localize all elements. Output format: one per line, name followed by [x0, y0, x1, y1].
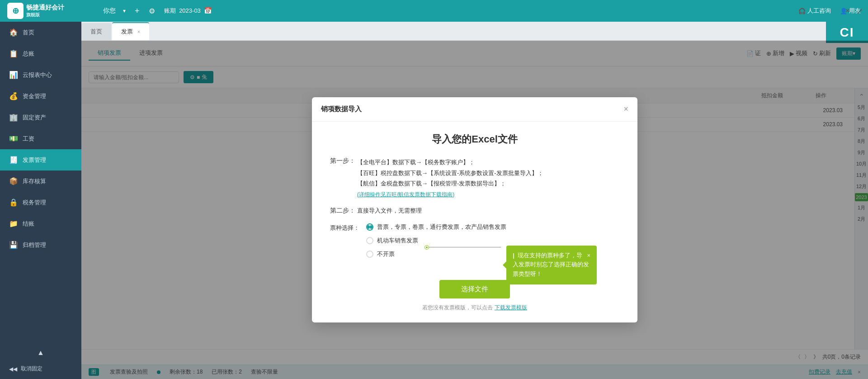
sidebar-item-assets-label: 固定资产 [23, 114, 46, 122]
app-version: 旗舰版 [26, 12, 64, 18]
radio-section: 票种选择： 普票，专票，卷票，通行费发票，农产品销售发票 [330, 223, 619, 264]
radio-label-3: 不开票 [377, 250, 395, 258]
sidebar-item-ledger[interactable]: 📋 总账 [0, 43, 81, 64]
modal-title: 销项数据导入 [321, 105, 362, 114]
report-icon: 📊 [9, 71, 18, 79]
sidebar-item-archive-label: 归档管理 [23, 241, 46, 249]
radio-option-3[interactable]: 不开票 [366, 250, 506, 258]
radio-circle-3 [366, 251, 373, 258]
modal-header: 销项数据导入 × [312, 97, 637, 122]
modal-overlay: 销项数据导入 × 导入您的Excel文件 第一步： 【全电平台】数据下载→【税务… [81, 41, 868, 379]
sidebar-item-ledger-label: 总账 [23, 50, 34, 58]
tab-home[interactable]: 首页 [81, 23, 111, 40]
company-dropdown-icon[interactable]: ▾ [123, 8, 126, 14]
tabbar: 首页 发票 × [81, 22, 868, 41]
window-controls: × ⤢ [840, 0, 868, 22]
tab-invoice[interactable]: 发票 × [112, 22, 149, 40]
step2: 第二步： 直接导入文件，无需整理 [330, 207, 619, 215]
invoice-icon: 🧾 [9, 156, 18, 164]
company-name[interactable]: 你您 [103, 7, 116, 15]
archive-icon: 💾 [9, 241, 18, 249]
step1-line1: 【全电平台】数据下载→【税务数字账户】； [357, 157, 543, 167]
tooltip-close-button[interactable]: × [587, 251, 590, 261]
sidebar-item-inventory-label: 库存核算 [23, 177, 46, 185]
tooltip-connector-dot [425, 246, 429, 249]
import-modal: 销项数据导入 × 导入您的Excel文件 第一步： 【全电平台】数据下载→【税务… [312, 97, 637, 322]
headset-icon: 🎧 [798, 8, 806, 14]
sidebar-item-salary-label: 工资 [23, 135, 34, 143]
calendar-icon[interactable]: 📅 [204, 7, 212, 14]
inventory-icon: 📦 [9, 177, 18, 185]
sidebar-scroll-up[interactable]: ▲ [0, 347, 81, 359]
sidebar-item-report[interactable]: 📊 云报表中心 [0, 64, 81, 85]
settings-icon[interactable]: ⚙ [149, 7, 155, 15]
sidebar-item-inventory[interactable]: 📦 库存核算 [0, 171, 81, 192]
sidebar-item-report-label: 云报表中心 [23, 71, 52, 79]
home-icon: 🏠 [9, 28, 18, 37]
main-area: 首页 发票 × 销项发票 进项发票 📄 证 ⊕ 新增 [81, 22, 868, 379]
period-label: 账期 2023-03 📅 [164, 7, 212, 15]
modal-body: 导入您的Excel文件 第一步： 【全电平台】数据下载→【税务数字账户】； 【百… [312, 122, 637, 276]
sidebar-item-home-label: 首页 [23, 28, 34, 37]
step2-text: 直接导入文件，无需整理 [357, 207, 422, 215]
logo: ⊕ 畅捷通好会计 旗舰版 [7, 3, 89, 19]
tax-icon: 🔒 [9, 198, 18, 207]
sidebar-item-fund[interactable]: 💰 资金管理 [0, 85, 81, 107]
radio-label: 票种选择： [330, 223, 366, 232]
radio-label-2: 机动车销售发票 [377, 237, 418, 245]
step2-label: 第二步： [330, 207, 357, 215]
select-file-button[interactable]: 选择文件 [439, 280, 510, 298]
step1-link[interactable]: (详细操作见百旺/航信发票数据下载指南) [357, 191, 454, 198]
fund-icon: 💰 [9, 92, 18, 100]
sidebar-item-home[interactable]: 🏠 首页 [0, 22, 81, 43]
topbar: ⊕ 畅捷通好会计 旗舰版 你您 ▾ + ⚙ 账期 2023-03 📅 🎧 人工咨… [0, 0, 868, 22]
radio-option-1[interactable]: 普票，专票，卷票，通行费发票，农产品销售发票 [366, 223, 506, 231]
tooltip-text: 现在支持的票种多了，导入发票时别忘了选择正确的发票类型呀！ [513, 252, 589, 278]
step1: 第一步： 【全电平台】数据下载→【税务数字账户】； 【百旺】税控盘数据下载→【系… [330, 157, 619, 198]
sidebar-item-settle-label: 结账 [23, 220, 34, 228]
tab-close-icon[interactable]: × [137, 29, 140, 34]
radio-group: 普票，专票，卷票，通行费发票，农产品销售发票 机动车销售发票 不开票 [366, 223, 506, 264]
assets-icon: 🏢 [9, 113, 18, 122]
download-template-link[interactable]: 下载发票模版 [495, 304, 527, 311]
template-hint: 若您没有发票模版，可以点击 下载发票模版 [422, 304, 527, 312]
settle-icon: 📁 [9, 219, 18, 228]
add-tab-button[interactable]: + [135, 6, 140, 16]
sidebar-item-tax[interactable]: 🔒 税务管理 [0, 192, 81, 213]
scroll-up-icon: ▲ [37, 349, 44, 356]
window-close-button[interactable]: × [845, 7, 849, 15]
sidebar-item-assets[interactable]: 🏢 固定资产 [0, 107, 81, 128]
ledger-icon: 📋 [9, 49, 18, 58]
sidebar-item-settle[interactable]: 📁 结账 [0, 213, 81, 234]
sidebar-unpin[interactable]: ◀◀ 取消固定 [0, 359, 81, 379]
sidebar-item-archive[interactable]: 💾 归档管理 [0, 234, 81, 256]
sidebar-item-invoice-label: 发票管理 [23, 156, 46, 164]
radio-circle-1 [366, 223, 373, 231]
sidebar-item-invoice[interactable]: 🧾 发票管理 [0, 149, 81, 171]
sidebar-item-tax-label: 税务管理 [23, 199, 46, 207]
app-name: 畅捷通好会计 [26, 4, 64, 12]
salary-icon: 💵 [9, 134, 18, 143]
modal-close-button[interactable]: × [623, 104, 628, 114]
tooltip-connector-line [429, 247, 501, 247]
tooltip-bubble: × | 现在支持的票种多了，导入发票时别忘了选择正确的发票类型呀！ [506, 246, 597, 284]
step1-label: 第一步： [330, 157, 357, 165]
pin-icon: ◀◀ [9, 366, 17, 372]
step1-line3: 【航信】金税盘数据下载→【报税管理-发票数据导出】； [357, 178, 543, 189]
logo-icon: ⊕ [7, 3, 24, 19]
sidebar: 🏠 首页 📋 总账 📊 云报表中心 💰 资金管理 🏢 固定资产 💵 工资 🧾 发… [0, 22, 81, 379]
ci-avatar: CI [826, 22, 868, 43]
invoice-content: 销项发票 进项发票 📄 证 ⊕ 新增 ▶ 视频 [81, 41, 868, 379]
step1-line2: 【百旺】税控盘数据下载→【系统设置-系统参数设置-发票批量导入】； [357, 168, 543, 178]
radio-label-1: 普票，专票，卷票，通行费发票，农产品销售发票 [377, 223, 506, 231]
radio-circle-2 [366, 237, 373, 244]
sidebar-item-fund-label: 资金管理 [23, 92, 46, 100]
radio-option-2[interactable]: 机动车销售发票 [366, 237, 506, 245]
modal-main-title: 导入您的Excel文件 [330, 133, 619, 146]
service-button[interactable]: 🎧 人工咨询 [798, 7, 831, 15]
window-maximize-button[interactable]: ⤢ [857, 7, 863, 15]
sidebar-item-salary[interactable]: 💵 工资 [0, 128, 81, 149]
